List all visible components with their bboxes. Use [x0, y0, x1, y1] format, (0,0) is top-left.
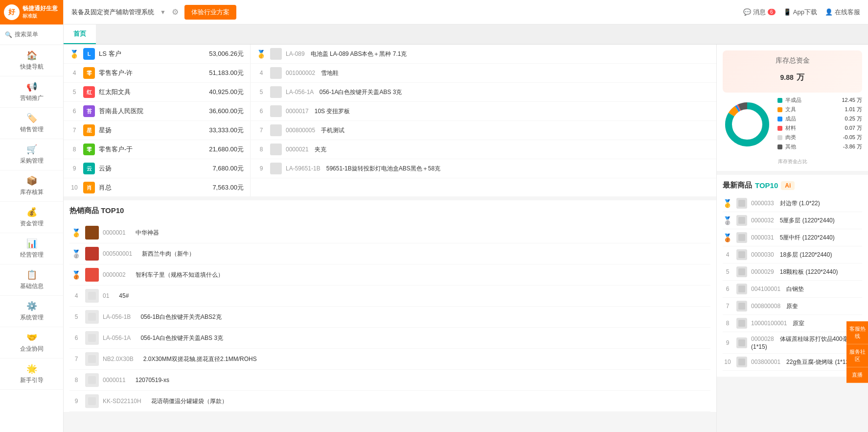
rank-num: 6 [71, 335, 81, 341]
product-name: 新西兰牛肉（新牛） [136, 250, 708, 258]
rank-num: 7 [723, 303, 732, 310]
svg-rect-18 [738, 286, 745, 292]
product-code: LA-056-1A [103, 335, 131, 341]
search-menu-btn[interactable]: 🔍 搜索菜单 [5, 28, 58, 41]
medal-gold-icon: 🥇 [256, 49, 266, 59]
finance-label: 资金管理 [20, 219, 44, 228]
enterprise-label: 企业协同 [20, 345, 44, 353]
sidebar-item-enterprise[interactable]: 🤝 企业协同 [0, 327, 63, 359]
ai-tag: Ai [781, 181, 795, 190]
product-code: 0000011 [103, 377, 126, 384]
customer-name: 零售客户-许 [99, 69, 205, 77]
sidebar-item-inventory[interactable]: 📦 库存核算 [0, 170, 63, 202]
table-row: 7 000800005 手机测试 [251, 121, 716, 140]
purchase-label: 采购管理 [20, 157, 44, 165]
table-row: 6 0000017 10S 变扭罗板 [251, 102, 716, 121]
customer-service-label: 客服热线 [848, 325, 866, 340]
rank-num: 9 [69, 165, 79, 172]
customer-amount: 21,680.00元 [209, 145, 244, 154]
rank-num: 4 [723, 251, 732, 258]
system-title: 装备及固定资产辅助管理系统 [71, 8, 154, 17]
avatar: 苔 [83, 105, 95, 117]
online-service-btn[interactable]: 👤 在线客服 [825, 8, 860, 17]
list-item: 🥈 000500001 新西兰牛肉（新牛） [69, 243, 710, 264]
tab-home[interactable]: 首页 [64, 24, 96, 44]
tabbar: 首页 [64, 24, 868, 45]
logo-icon: 好 [4, 4, 20, 20]
customer-service-btn[interactable]: 客服热线 [846, 321, 868, 344]
legend-dot [777, 107, 782, 112]
system-icon: ⚙️ [26, 301, 37, 312]
list-item: 🥇 0000001 中华神器 [69, 222, 710, 243]
product-thumbnail [85, 310, 99, 324]
customer-amount: 7,563.00元 [212, 183, 244, 192]
customer-name: 红太阳文具 [99, 88, 205, 96]
hot-products-list: 🥇 0000001 中华神器 🥈 000500001 [64, 222, 716, 412]
avatar: 云 [83, 163, 95, 174]
sidebar-item-finance[interactable]: 💰 资金管理 [0, 202, 63, 233]
list-item: 4 0000030 18多层 (1220*2440) [723, 246, 862, 264]
customer-name: 云扬 [99, 164, 208, 173]
svg-rect-2 [88, 313, 96, 321]
hot-products-label: 热销商品 TOP10 [69, 206, 124, 216]
legend-item: 半成品 12.45 万 [777, 96, 862, 104]
svg-rect-16 [738, 251, 745, 258]
avatar: 红 [83, 86, 95, 98]
rank-num: 6 [723, 286, 732, 292]
basic-icon: 📋 [26, 269, 37, 280]
table-row: 4 001000002 雪地鞋 [251, 64, 716, 83]
sidebar-item-operation[interactable]: 📊 经营管理 [0, 233, 63, 264]
legend-item: 肉类 -0.05 万 [777, 134, 862, 141]
sidebar-nav: 🏠 快捷导航 📢 营销推广 🏷️ 销售管理 🛒 采购管理 📦 库存核算 💰 资金… [0, 45, 63, 432]
settings-icon[interactable]: ⚙ [172, 7, 179, 17]
svg-rect-0 [272, 50, 280, 58]
product-info: LA-089 电池盖 LA-089 ABS本色＋黑种 7.1克 [286, 50, 710, 58]
legend-item: 文具 1.01 万 [777, 106, 862, 113]
product-icon [736, 357, 747, 367]
dropdown-arrow-icon[interactable]: ▼ [160, 9, 166, 16]
medal-gold-icon: 🥇 [723, 199, 732, 208]
sidebar-item-purchase[interactable]: 🛒 采购管理 [0, 139, 63, 170]
sidebar-item-quicknav[interactable]: 🏠 快捷导航 [0, 45, 63, 76]
sidebar-item-system[interactable]: ⚙️ 系统管理 [0, 296, 63, 327]
product-thumbnail [85, 352, 99, 366]
product-thumbnail [85, 331, 99, 345]
product-thumbnail [85, 394, 99, 408]
customer-name: 星扬 [99, 126, 205, 135]
list-item: 🥈 0000032 5厘多层 (1220*2440) [723, 212, 862, 229]
table-row: 🥇 L LS 客户 53,006.26元 [64, 45, 250, 64]
product-info: 0000031 5厘中纤 (1220*2440) [751, 234, 862, 242]
customer-name: 零售客户-于 [99, 145, 205, 154]
svg-rect-5 [88, 376, 96, 384]
app-download-label: App下载 [793, 8, 817, 17]
sidebar-item-marketing[interactable]: 📢 营销推广 [0, 76, 63, 108]
sidebar-search-area[interactable]: 🔍 搜索菜单 [0, 24, 63, 45]
svg-rect-15 [738, 234, 745, 241]
sidebar-item-guide[interactable]: 🌟 新手引导 [0, 359, 63, 390]
rank-num: 8 [256, 146, 266, 153]
table-row: 10 肖 肖总 7,563.00元 [64, 178, 250, 196]
product-icon [736, 198, 747, 209]
list-item: 8 0000011 12070519-xs [69, 370, 710, 391]
svg-rect-22 [738, 359, 745, 365]
customer-amount: 36,600.00元 [209, 107, 244, 116]
community-btn[interactable]: 服务社区 [846, 344, 868, 367]
sidebar-item-basic[interactable]: 📋 基础信息 [0, 264, 63, 296]
product-info: 0000033 封边带 (1.0*22) [751, 199, 862, 208]
message-btn[interactable]: 💬 消息 6 [743, 8, 776, 17]
product-info: 0000030 18多层 (1220*2440) [751, 251, 862, 259]
app-download-btn[interactable]: 📱 App下载 [783, 8, 817, 17]
guide-label: 新手引导 [20, 376, 44, 384]
product-name: 056-1A白色按键开关盖ABS 3克 [135, 334, 708, 342]
live-btn[interactable]: 直播 [846, 367, 868, 383]
sidebar-item-sales[interactable]: 🏷️ 销售管理 [0, 108, 63, 139]
product-ranking-table: 🥇 LA-089 电池盖 LA-089 ABS本色＋黑种 7.1克 4 [251, 45, 716, 178]
phone-icon: 📱 [783, 8, 791, 16]
svg-rect-14 [738, 217, 745, 224]
product-sales-panel: 🥇 LA-089 电池盖 LA-089 ABS本色＋黑种 7.1克 4 [250, 45, 716, 196]
main-area: 装备及固定资产辅助管理系统 ▼ ⚙ 体验行业方案 💬 消息 6 📱 App下载 … [64, 0, 868, 432]
operation-label: 经营管理 [20, 251, 44, 259]
customer-name: 苔南县人民医院 [99, 107, 205, 116]
donut-chart-section: 半成品 12.45 万 文具 1.01 万 成品 0.25 万 [723, 93, 862, 156]
trial-btn[interactable]: 体验行业方案 [184, 5, 236, 20]
